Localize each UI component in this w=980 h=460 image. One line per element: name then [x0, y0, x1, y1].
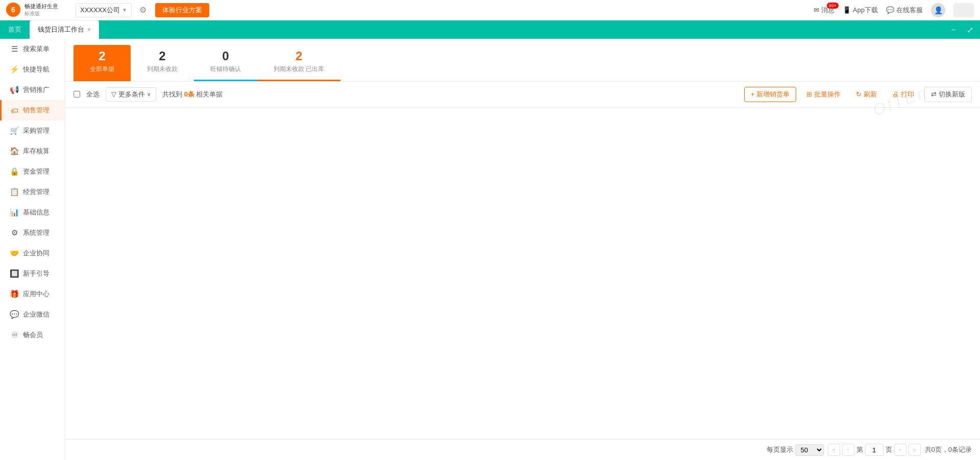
toolbar-right: + 新增销货单 ⊞ 批量操作 ↻ 刷新 🖨 打印 ⇄ 切换新版 [744, 87, 972, 102]
stat-tab-overdue[interactable]: 2 到期未收款 [131, 45, 194, 81]
sidebar-item-search-menu[interactable]: ☰ 搜索菜单 [0, 39, 65, 59]
logo-sub: 标准版 [24, 10, 58, 17]
download-icon: 📱 [843, 6, 851, 14]
settings-icon[interactable]: ⚙ [136, 3, 150, 17]
sidebar-item-quick-nav[interactable]: ⚡ 快捷导航 [0, 59, 65, 80]
wechat-icon: 💬 [10, 310, 19, 319]
sidebar-item-purchase[interactable]: 🛒 采购管理 [0, 120, 65, 141]
top-nav: 6 畅捷通好生意 标准版 XXXXXX公司 ▼ ⚙ 体验行业方案 ✉ 消息 99… [0, 0, 980, 20]
stat-label-all: 全部单据 [90, 65, 114, 74]
refresh-button[interactable]: ↻ 刷新 [851, 87, 882, 102]
message-icon: ✉ [814, 6, 819, 14]
batch-icon: ⊞ [806, 90, 812, 98]
tab-minimize-icon[interactable]: － [947, 23, 960, 36]
inventory-icon: 🏠 [10, 147, 19, 156]
print-icon: 🖨 [892, 90, 899, 98]
sales-icon: 🏷 [10, 106, 19, 115]
per-page-label: 每页显示 [767, 445, 793, 454]
content-area: 2 全部单据 2 到期未收款 0 旺铺待确认 2 到期未收款 已出库 全选 [65, 39, 980, 460]
chevron-down-icon: ▼ [122, 7, 127, 13]
tab-work[interactable]: 钱货日清工作台 × [30, 20, 99, 39]
stat-count-pending: 0 [222, 49, 229, 64]
sidebar-item-base-info[interactable]: 📊 基础信息 [0, 202, 65, 223]
stat-label-overdue: 到期未收款 [147, 65, 178, 74]
sidebar-item-finance[interactable]: 🔒 资金管理 [0, 161, 65, 182]
next-page-button[interactable]: › [894, 444, 906, 456]
found-text: 共找到 0条 相关单据 [162, 90, 223, 99]
new-sale-button[interactable]: + 新增销货单 [744, 87, 796, 102]
marketing-icon: 📢 [10, 85, 19, 94]
page-size-selector: 每页显示 50 10 20 100 [767, 444, 824, 456]
main-layout: ☰ 搜索菜单 ⚡ 快捷导航 📢 营销推广 🏷 销售管理 🛒 采购管理 🏠 库存核… [0, 39, 980, 460]
toolbar-left: 全选 ▽ 更多条件 ∨ 共找到 0条 相关单据 [74, 87, 738, 102]
per-page-select[interactable]: 50 10 20 100 [795, 444, 824, 456]
page-input[interactable] [865, 444, 884, 456]
table-area [65, 108, 980, 439]
page-suffix: 页 [886, 445, 892, 454]
top-right-area: ✉ 消息 99+ 📱 App下载 💬 在线客服 👤 [814, 3, 974, 17]
sidebar-item-enterprise[interactable]: 🤝 企业协同 [0, 243, 65, 263]
batch-button[interactable]: ⊞ 批量操作 [801, 87, 846, 102]
operations-icon: 📋 [10, 187, 19, 197]
stat-tab-all[interactable]: 2 全部单据 [74, 45, 131, 81]
sidebar: ☰ 搜索菜单 ⚡ 快捷导航 📢 营销推广 🏷 销售管理 🛒 采购管理 🏠 库存核… [0, 39, 65, 460]
logo-text: 畅捷通好生意 [24, 3, 58, 10]
tab-expand-icon[interactable]: ⤢ [964, 23, 976, 36]
company-selector[interactable]: XXXXXX公司 ▼ [76, 3, 132, 17]
stat-tab-overdue-shipped[interactable]: 2 到期未收款 已出库 [257, 45, 340, 81]
quick-nav-icon: ⚡ [10, 65, 19, 74]
footer-bar: 每页显示 50 10 20 100 « ‹ 第 页 › » 共0页，0条记录 [65, 439, 980, 460]
base-info-icon: 📊 [10, 208, 19, 217]
sidebar-item-inventory[interactable]: 🏠 库存核算 [0, 141, 65, 161]
pagination: « ‹ 第 页 › » [828, 444, 921, 456]
stat-count-overdue: 2 [159, 49, 165, 64]
filter-button[interactable]: ▽ 更多条件 ∨ [106, 87, 156, 102]
stat-count-overdue-shipped: 2 [296, 49, 302, 64]
tab-home[interactable]: 首页 [0, 20, 30, 39]
app-download-button[interactable]: 📱 App下载 [843, 6, 878, 15]
sidebar-item-member[interactable]: ♾ 畅会员 [0, 325, 65, 345]
sidebar-item-operations[interactable]: 📋 经营管理 [0, 182, 65, 202]
stat-label-overdue-shipped: 到期未收款 已出库 [274, 65, 324, 74]
sidebar-item-app-center[interactable]: 🎁 应用中心 [0, 284, 65, 304]
tab-close-icon[interactable]: × [87, 26, 91, 33]
first-page-button[interactable]: « [828, 444, 840, 456]
select-all-checkbox[interactable] [74, 91, 80, 98]
service-icon: 💬 [886, 6, 894, 14]
select-all-label: 全选 [86, 90, 100, 99]
switch-version-button[interactable]: ⇄ 切换新版 [924, 87, 972, 102]
app-center-icon: 🎁 [10, 289, 19, 299]
stats-tabs: 2 全部单据 2 到期未收款 0 旺铺待确认 2 到期未收款 已出库 [65, 39, 980, 82]
refresh-icon: ↻ [856, 90, 862, 98]
avatar[interactable]: 👤 [931, 3, 945, 17]
purchase-icon: 🛒 [10, 126, 19, 135]
enterprise-icon: 🤝 [10, 249, 19, 258]
print-button[interactable]: 🖨 打印 [887, 87, 919, 102]
filter-chevron-icon: ∨ [147, 91, 151, 97]
sidebar-item-sales[interactable]: 🏷 销售管理 [0, 100, 65, 120]
search-menu-icon: ☰ [10, 44, 19, 54]
company-name: XXXXXX公司 [80, 6, 120, 15]
last-page-button[interactable]: » [909, 444, 921, 456]
online-service-button[interactable]: 💬 在线客服 [886, 6, 923, 15]
stat-tab-pending[interactable]: 0 旺铺待确认 [194, 45, 257, 81]
logo-icon: 6 [6, 3, 20, 17]
member-icon: ♾ [10, 330, 19, 340]
switch-icon: ⇄ [931, 90, 937, 98]
stat-count-all: 2 [99, 49, 105, 64]
sidebar-item-wechat[interactable]: 💬 企业微信 [0, 304, 65, 325]
found-count: 0条 [184, 90, 194, 98]
stat-label-pending: 旺铺待确认 [210, 65, 241, 74]
finance-icon: 🔒 [10, 167, 19, 176]
logo-area: 6 畅捷通好生意 标准版 [6, 3, 71, 17]
sidebar-item-system[interactable]: ⚙ 系统管理 [0, 223, 65, 243]
sidebar-item-guide[interactable]: 🔲 新手引导 [0, 263, 65, 284]
prev-page-button[interactable]: ‹ [842, 444, 854, 456]
tab-bar: 首页 钱货日清工作台 × － ⤢ [0, 20, 980, 39]
experience-button[interactable]: 体验行业方案 [155, 3, 209, 17]
message-button[interactable]: ✉ 消息 99+ [814, 6, 835, 15]
sidebar-item-marketing[interactable]: 📢 营销推广 [0, 80, 65, 100]
toolbar: 全选 ▽ 更多条件 ∨ 共找到 0条 相关单据 + 新增销货单 ⊞ 批量操作 ↻ [65, 82, 980, 108]
message-badge: 99+ [827, 3, 839, 9]
guide-icon: 🔲 [10, 269, 19, 278]
